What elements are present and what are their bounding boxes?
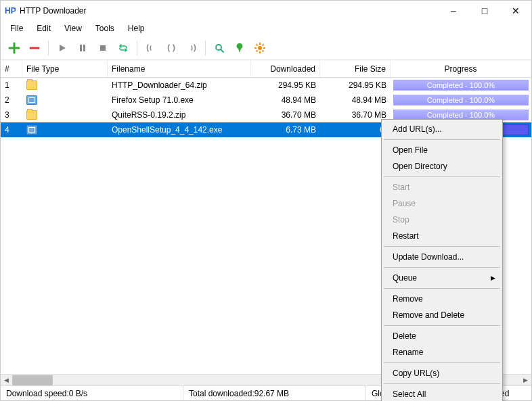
cell-number: 1 — [1, 78, 22, 93]
column-header-number[interactable]: # — [1, 60, 22, 77]
bracket-left-button[interactable] — [141, 39, 160, 57]
scroll-left-button[interactable]: ◀ — [1, 375, 12, 386]
context-menu-item[interactable]: Open Directory — [383, 158, 501, 174]
toolbar-separator — [205, 41, 206, 55]
svg-rect-1 — [80, 45, 82, 51]
cell-filetype — [22, 78, 108, 93]
menu-edit[interactable]: Edit — [30, 22, 58, 34]
context-menu-item: Stop — [383, 212, 501, 228]
context-menu-separator — [384, 288, 500, 289]
application-icon — [26, 95, 37, 105]
menu-help[interactable]: Help — [121, 22, 152, 34]
cell-filetype — [22, 122, 108, 137]
scroll-right-button[interactable]: ▶ — [520, 375, 531, 386]
menubar: File Edit View Tools Help — [1, 21, 531, 36]
context-menu-item[interactable]: Delete — [383, 328, 501, 344]
menu-tools[interactable]: Tools — [89, 22, 121, 34]
toolbar-separator — [48, 41, 49, 55]
cell-filename: Firefox Setup 71.0.exe — [108, 93, 251, 108]
cell-filename: QuiteRSS-0.19.2.zip — [108, 108, 251, 122]
context-menu-item[interactable]: Add URL(s)... — [383, 121, 501, 137]
context-menu-separator — [384, 267, 500, 268]
cell-filetype — [22, 108, 108, 122]
scroll-thumb[interactable] — [12, 375, 53, 385]
menu-view[interactable]: View — [58, 22, 89, 34]
context-menu-item[interactable]: Open File — [383, 142, 501, 158]
status-total: Total downloaded: 92.67 MB — [183, 386, 366, 400]
context-menu-item[interactable]: Remove — [383, 291, 501, 307]
settings-button[interactable] — [250, 39, 269, 57]
context-menu-separator — [384, 139, 500, 140]
context-menu-item[interactable]: Queue▶ — [383, 270, 501, 286]
cell-downloaded: 6.73 MB — [251, 122, 320, 137]
window-buttons: – □ ✕ — [438, 1, 531, 21]
context-menu-separator — [384, 362, 500, 363]
toolbar-separator — [137, 41, 137, 55]
status-speed: Download speed: 0 B/s — [1, 386, 183, 400]
table-row[interactable]: 2Firefox Setup 71.0.exe48.94 MB48.94 MBC… — [1, 93, 531, 108]
start-button[interactable] — [53, 39, 72, 57]
table-row[interactable]: 1HTTP_Downloader_64.zip294.95 KB294.95 K… — [1, 78, 531, 93]
context-menu-item[interactable]: Select All — [383, 386, 501, 401]
restart-button[interactable] — [114, 39, 133, 57]
cell-filename: OpenShellSetup_4_4_142.exe — [108, 122, 251, 137]
minimize-button[interactable]: – — [438, 1, 469, 21]
search-button[interactable] — [210, 39, 229, 57]
pause-button[interactable] — [73, 39, 92, 57]
svg-point-5 — [258, 46, 262, 50]
maximize-button[interactable]: □ — [469, 1, 500, 21]
cell-filesize: 6. — [320, 122, 391, 137]
toolbar — [1, 36, 531, 60]
context-menu-item: Pause — [383, 195, 501, 212]
window-title: HTTP Downloader — [20, 6, 438, 16]
titlebar: HP HTTP Downloader – □ ✕ — [1, 1, 531, 21]
cell-filesize: 48.94 MB — [320, 93, 391, 108]
close-button[interactable]: ✕ — [500, 1, 531, 21]
context-menu-separator — [384, 325, 500, 326]
cell-downloaded: 36.70 MB — [251, 108, 320, 122]
archive-icon — [26, 80, 37, 90]
column-header-filetype[interactable]: File Type — [22, 60, 108, 77]
context-menu-separator — [384, 176, 500, 177]
context-menu-item[interactable]: Remove and Delete — [383, 307, 501, 323]
context-menu-item[interactable]: Rename — [383, 344, 501, 360]
app-icon: HP — [5, 5, 16, 16]
context-menu-item[interactable]: Copy URL(s) — [383, 365, 501, 381]
context-menu-item[interactable]: Restart — [383, 228, 501, 244]
column-header-filename[interactable]: Filename — [108, 60, 251, 77]
context-menu-separator — [384, 383, 500, 384]
remove-button[interactable] — [25, 39, 44, 57]
column-header-filesize[interactable]: File Size — [320, 60, 391, 77]
cell-filetype — [22, 93, 108, 108]
progress-bar: Completed - 100.0% — [393, 80, 529, 91]
svg-text:HP: HP — [5, 6, 16, 16]
cell-progress: Completed - 100.0% — [391, 78, 531, 93]
cell-filesize: 294.95 KB — [320, 78, 391, 93]
cell-downloaded: 294.95 KB — [251, 78, 320, 93]
add-button[interactable] — [5, 39, 24, 57]
menu-file[interactable]: File — [3, 22, 30, 34]
cell-downloaded: 48.94 MB — [251, 93, 320, 108]
stop-button[interactable] — [93, 39, 112, 57]
cell-number: 4 — [1, 122, 22, 137]
svg-rect-3 — [100, 45, 106, 51]
cell-progress: Completed - 100.0% — [391, 93, 531, 108]
application-icon — [26, 125, 37, 135]
bracket-right-button[interactable] — [182, 39, 201, 57]
chevron-right-icon: ▶ — [491, 275, 495, 281]
column-header-downloaded[interactable]: Downloaded — [251, 60, 320, 77]
progress-bar: Completed - 100.0% — [393, 95, 529, 105]
column-header-progress[interactable]: Progress — [391, 60, 531, 77]
cell-filename: HTTP_Downloader_64.zip — [108, 78, 251, 93]
cell-filesize: 36.70 MB — [320, 108, 391, 122]
grid-header: # File Type Filename Downloaded File Siz… — [1, 60, 531, 78]
context-menu-item[interactable]: Update Download... — [383, 249, 501, 265]
svg-rect-2 — [83, 45, 85, 51]
bracket-both-button[interactable] — [162, 39, 181, 57]
cell-number: 3 — [1, 108, 22, 122]
context-menu-separator — [384, 246, 500, 247]
archive-icon — [26, 110, 37, 120]
context-menu-item: Start — [383, 179, 501, 195]
context-menu: Add URL(s)...Open FileOpen DirectoryStar… — [381, 119, 503, 401]
filter-button[interactable] — [230, 39, 249, 57]
